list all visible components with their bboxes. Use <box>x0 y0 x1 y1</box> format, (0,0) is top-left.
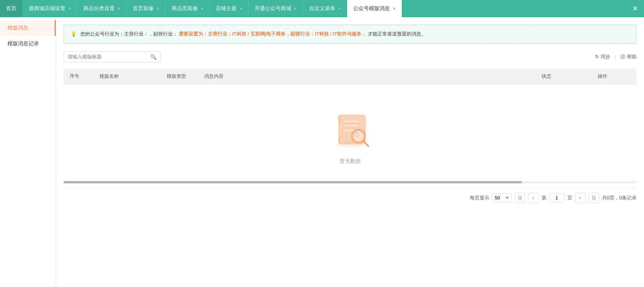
total-info: 共0页，0条记录 <box>602 195 637 201</box>
sync-button[interactable]: ↻ 同步 <box>595 54 610 60</box>
sync-label: 同步 <box>601 54 610 59</box>
help-icon: ⓪ <box>620 54 625 59</box>
page-last-button[interactable]: ⟩⟩ <box>589 193 599 203</box>
top-nav: 首页 微商城店铺设置 × 商品分类设置 × 首页装修 × 商品页装修 × 店铺主… <box>0 0 644 17</box>
page-label: 页 <box>567 195 572 201</box>
table-header-row: 序号 模版名称 模版类型 消息内容 状态 <box>64 68 637 85</box>
col-header-action: 操作 <box>592 68 637 85</box>
page-prev-button[interactable]: ‹ <box>528 193 539 203</box>
search-input-wrap: 🔍 <box>64 51 161 62</box>
close-custom-menu-icon[interactable]: × <box>338 6 341 11</box>
nav-item-shop-theme[interactable]: 店铺主题 × <box>210 0 249 17</box>
nav-item-template-msg-label: 公众号模版消息 <box>353 5 390 12</box>
nav-item-open-mall[interactable]: 开通公众号商城 × <box>249 0 303 17</box>
page-first-button[interactable]: ⟨⟨ <box>515 193 525 203</box>
col-header-status: 状态 <box>536 68 592 85</box>
page-next-button[interactable]: › <box>575 193 586 203</box>
nav-item-homepage-decor-label: 首页装修 <box>133 5 154 12</box>
notice-highlight: 需要设置为：主营行业：IT科技 / 互联网|电子商务，副营行业：IT科技 / I… <box>179 31 366 37</box>
page-prefix: 第 <box>542 195 546 201</box>
nav-item-category-settings[interactable]: 商品分类设置 × <box>77 0 127 17</box>
nav-item-home-label: 首页 <box>6 5 16 12</box>
search-icon[interactable]: 🔍 <box>150 54 157 60</box>
nav-close-all-button[interactable]: ✕ <box>626 4 644 13</box>
col-header-type: 模版类型 <box>161 68 198 85</box>
page-number-input[interactable] <box>549 193 564 202</box>
content-area: 💡 您的公众号行业为：主营行业：，副营行业： 需要设置为：主营行业：IT科技 /… <box>56 17 644 287</box>
nav-item-product-decor[interactable]: 商品页装修 × <box>166 0 210 17</box>
page-size-label: 每页显示 <box>470 195 489 201</box>
nav-item-shop-settings-label: 微商城店铺设置 <box>29 5 65 12</box>
nav-item-custom-menu-label: 自定义菜单 <box>309 5 335 12</box>
sidebar-item-template-msg-log-label: 模版消息记录 <box>7 40 39 46</box>
col-header-num: 序号 <box>64 68 93 85</box>
help-button[interactable]: ⓪ 帮助 <box>620 54 637 60</box>
empty-state: 暂无数据 <box>64 85 637 180</box>
notice-box: 💡 您的公众号行业为：主营行业：，副营行业： 需要设置为：主营行业：IT科技 /… <box>64 25 637 44</box>
nav-item-custom-menu[interactable]: 自定义菜单 × <box>303 0 347 17</box>
bulb-icon: 💡 <box>71 31 77 37</box>
notice-text-before: 您的公众号行业为：主营行业：，副营行业： <box>80 31 178 37</box>
sync-icon: ↻ <box>595 54 599 59</box>
col-header-name: 模版名称 <box>93 68 161 85</box>
nav-item-homepage-decor[interactable]: 首页装修 × <box>127 0 166 17</box>
close-shop-settings-icon[interactable]: × <box>68 6 71 11</box>
data-table: 序号 模版名称 模版类型 消息内容 状态 <box>64 68 637 85</box>
search-input[interactable] <box>68 54 150 59</box>
empty-illustration <box>328 107 373 152</box>
scrollbar-track[interactable] <box>64 181 637 183</box>
nav-item-category-settings-label: 商品分类设置 <box>83 5 115 12</box>
help-label: 帮助 <box>627 54 637 59</box>
divider: | <box>615 54 616 59</box>
search-actions: ↻ 同步 | ⓪ 帮助 <box>595 54 637 60</box>
sidebar: 模版消息 模版消息记录 <box>0 17 56 287</box>
sidebar-item-template-msg[interactable]: 模版消息 <box>0 20 56 36</box>
nav-item-open-mall-label: 开通公众号商城 <box>255 5 291 12</box>
nav-item-product-decor-label: 商品页装修 <box>172 5 198 12</box>
scrollbar-thumb[interactable] <box>64 181 522 183</box>
nav-item-home[interactable]: 首页 <box>0 0 23 17</box>
nav-item-template-msg[interactable]: 公众号模版消息 × <box>347 0 402 17</box>
search-bar: 🔍 ↻ 同步 | ⓪ 帮助 <box>64 51 637 62</box>
sidebar-item-template-msg-log[interactable]: 模版消息记录 <box>0 36 56 52</box>
nav-item-shop-settings[interactable]: 微商城店铺设置 × <box>23 0 77 17</box>
nav-item-shop-theme-label: 店铺主题 <box>216 5 237 12</box>
close-shop-theme-icon[interactable]: × <box>240 6 242 11</box>
close-product-decor-icon[interactable]: × <box>201 6 203 11</box>
close-open-mall-icon[interactable]: × <box>294 6 297 11</box>
close-homepage-decor-icon[interactable]: × <box>157 6 159 11</box>
notice-text-after: 才能正常发送预置的消息。 <box>368 31 426 37</box>
col-header-content: 消息内容 <box>198 68 536 85</box>
main-layout: 模版消息 模版消息记录 💡 您的公众号行业为：主营行业：，副营行业： 需要设置为… <box>0 17 644 287</box>
pagination: 每页显示 50 20 100 ⟨⟨ ‹ 第 页 › ⟩⟩ 共0页，0条记录 <box>64 188 637 208</box>
empty-text: 暂无数据 <box>340 158 361 165</box>
page-size-wrap: 每页显示 50 20 100 <box>470 193 512 202</box>
page-size-select[interactable]: 50 20 100 <box>492 193 512 202</box>
close-category-settings-icon[interactable]: × <box>118 6 120 11</box>
table-container: 序号 模版名称 模版类型 消息内容 状态 <box>64 68 637 188</box>
sidebar-item-template-msg-label: 模版消息 <box>7 25 28 31</box>
close-template-msg-icon[interactable]: × <box>393 6 395 11</box>
